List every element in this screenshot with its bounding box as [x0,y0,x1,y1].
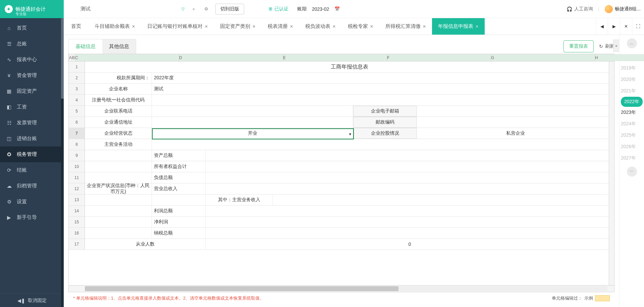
refresh-button[interactable]: ↻刷新 [599,43,614,49]
sidebar-item-salary[interactable]: ◧工资 [0,99,64,115]
tax-paid-label[interactable]: 纳税总额 [152,228,206,238]
sheet-title[interactable]: 工商年报信息表 [85,61,614,72]
row-header[interactable]: 6 [69,117,85,128]
year-2025年[interactable]: 2025年 [621,130,643,141]
main-biz-value[interactable] [152,139,614,150]
tab-income-tax[interactable]: 所得税汇算清缴✕ [379,18,432,35]
close-icon[interactable]: ✕ [252,24,256,29]
switch-old-button[interactable]: 切到旧版 [215,4,244,14]
vertical-scrollbar[interactable] [609,61,614,285]
user-menu[interactable]: 畅捷通B组... [605,5,641,13]
sidebar-item-guide[interactable]: ▶新手引导 [0,210,64,225]
sidebar-item-closing[interactable]: ⟳结账 [0,162,64,178]
status-value[interactable]: 开业 [152,128,353,139]
period-value[interactable]: 2023-02 [312,6,329,12]
address-label[interactable]: 企业通信地址 [85,117,152,128]
close-icon[interactable]: ✕ [205,24,208,29]
row-header[interactable]: 13 [69,194,85,205]
sidebar-item-archive[interactable]: ☁归档管理 [0,178,64,194]
sidebar-item-reports[interactable]: ∿报表中心 [0,52,64,68]
sidebar-item-home[interactable]: ⌂首页 [0,20,64,36]
asset-info-label[interactable]: 企业资产状况信息(币种：人民币万元) [85,183,152,194]
year-2021年[interactable]: 2021年 [621,85,643,97]
grid-body[interactable]: 1 工商年报信息表 2 税款所属期间： 2022年度 3 企业名称 测试 4 注… [69,61,614,285]
equity-label[interactable]: 所有者权益合计 [152,161,206,172]
row-header[interactable]: 11 [69,172,85,183]
sidebar-item-invoice[interactable]: ☷发票管理 [0,115,64,131]
year-2019年[interactable]: 2019年 [621,62,643,74]
address-value[interactable] [152,117,353,128]
year-up[interactable]: ︿ [627,38,637,48]
period-value-cell[interactable]: 2022年度 [152,73,614,83]
calendar-icon[interactable]: 📅 [334,6,340,11]
tab-tax-list[interactable]: 税表清册✕ [262,18,299,35]
row-header[interactable]: 1 [69,61,85,72]
sidebar-item-ledger[interactable]: ☰总账 [0,36,64,52]
col-header-B[interactable]: B [72,54,75,61]
phone-label[interactable]: 企业联系电话 [85,106,152,117]
col-header-H[interactable]: H [595,54,644,61]
col-header-A[interactable]: A [69,54,72,61]
sidebar-item-settings[interactable]: ⚙设置 [0,194,64,210]
company-name-value[interactable]: 测试 [152,84,614,94]
reg-no-label[interactable]: 注册号/统一社会信用代码 [85,95,152,105]
net-profit-label[interactable]: 净利润 [152,217,206,227]
sidebar-scrollbar[interactable] [61,18,64,307]
total-assets-label[interactable]: 资产总额 [152,150,206,161]
tab-tax-trend[interactable]: 税负波动表✕ [299,18,342,35]
row-header[interactable]: 3 [69,84,85,94]
main-biz-label[interactable]: 主营业务活动 [85,139,152,150]
phone-value[interactable] [152,106,353,117]
row-header[interactable]: 16 [69,228,85,238]
year-2020年[interactable]: 2020年 [621,74,643,85]
sidebar-item-inventory[interactable]: ◫进销台账 [0,131,64,146]
row-header[interactable]: 17 [69,239,85,250]
status-label[interactable]: 企业经营状态 [85,128,152,139]
row-header[interactable]: 9 [69,150,85,161]
tab-tax-expert[interactable]: 税检专家✕ [342,18,379,35]
row-header[interactable]: 8 [69,139,85,150]
tabs-prev[interactable]: ◀ [596,18,608,35]
employees-value[interactable]: 0 [206,239,614,250]
horizontal-scrollbar[interactable] [69,285,614,292]
tab-bank-recon[interactable]: 日记账与银行对账单核对✕ [141,18,214,35]
company-name-label[interactable]: 企业名称 [85,84,152,94]
col-header-G[interactable]: G [491,54,595,61]
close-icon[interactable]: ✕ [290,24,293,29]
close-icon[interactable]: ✕ [370,24,373,29]
close-icon[interactable]: ✕ [332,24,336,29]
consult-button[interactable]: 🎧人工咨询 [567,6,593,12]
row-header[interactable]: 10 [69,161,85,172]
fullscreen-button[interactable]: ⛶ [632,18,644,35]
row-header[interactable]: 2 [69,73,85,83]
sidebar-item-assets[interactable]: ▦固定资产 [0,83,64,99]
row-header[interactable]: 14 [69,206,85,216]
close-icon[interactable]: ✕ [132,24,135,29]
postcode-label[interactable]: 邮政编码 [353,117,417,128]
row-header[interactable]: 12 [69,183,85,194]
company-selector[interactable]: 测试 ▽ [80,6,184,12]
year-2022年[interactable]: 2022年 [621,97,643,107]
col-header-F[interactable]: F [387,54,491,61]
email-label[interactable]: 企业电子邮箱 [353,106,417,117]
main-revenue-label[interactable]: 其中：主营业务收入 [206,194,273,205]
year-down[interactable]: ﹀ [627,167,637,177]
holding-value[interactable]: 私营企业 [417,128,614,139]
rail-collapse[interactable]: « [613,40,619,52]
sidebar-item-funds[interactable]: ¥资金管理 [0,68,64,83]
year-2023年[interactable]: 2023年 [621,107,643,118]
year-2026年[interactable]: 2026年 [621,141,643,152]
revenue-label[interactable]: 营业总收入 [152,183,206,194]
subtab-other[interactable]: 其他信息 [102,39,136,54]
employees-label[interactable]: 从业人数 [85,239,206,250]
tabs-close-all[interactable]: ✕ [620,18,632,35]
reset-report-button[interactable]: 重置报表 [564,40,594,52]
holding-label[interactable]: 企业控股情况 [353,128,417,139]
col-header-E[interactable]: E [283,54,387,61]
col-header-D[interactable]: D [179,54,283,61]
row-header[interactable]: 4 [69,95,85,105]
period-label-cell[interactable]: 税款所属期间： [85,73,152,83]
year-2027年[interactable]: 2027年 [621,152,643,164]
tab-annual-report[interactable]: 年报信息申报表✕ [432,18,485,35]
close-icon[interactable]: ✕ [475,24,479,29]
